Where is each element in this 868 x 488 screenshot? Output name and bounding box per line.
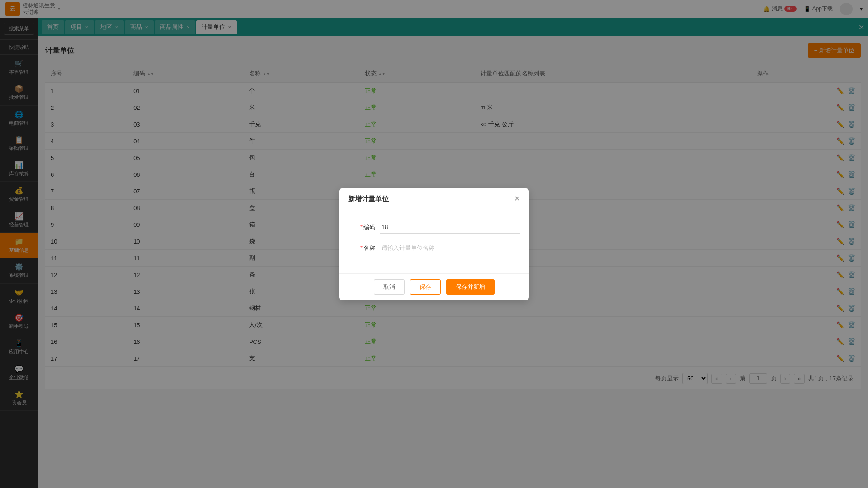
name-required-mark: * (360, 244, 363, 251)
add-unit-modal: 新增计量单位 ✕ *编码 *名称 取消 保存 保存并新增 (339, 188, 529, 300)
modal-close-btn[interactable]: ✕ (514, 195, 520, 202)
save-and-add-button[interactable]: 保存并新增 (446, 279, 495, 295)
name-input[interactable] (380, 242, 520, 254)
code-label: *编码 (348, 223, 375, 231)
code-input[interactable] (380, 221, 520, 234)
cancel-button[interactable]: 取消 (374, 279, 405, 295)
name-form-row: *名称 (348, 242, 520, 254)
code-form-row: *编码 (348, 221, 520, 234)
modal-overlay[interactable]: 新增计量单位 ✕ *编码 *名称 取消 保存 保存并新增 (0, 0, 868, 488)
code-required-mark: * (360, 224, 363, 230)
modal-footer: 取消 保存 保存并新增 (339, 273, 529, 300)
modal-title: 新增计量单位 (348, 195, 389, 203)
modal-header: 新增计量单位 ✕ (339, 188, 529, 210)
modal-body: *编码 *名称 (339, 210, 529, 273)
name-label: *名称 (348, 244, 375, 252)
save-button[interactable]: 保存 (410, 279, 441, 295)
